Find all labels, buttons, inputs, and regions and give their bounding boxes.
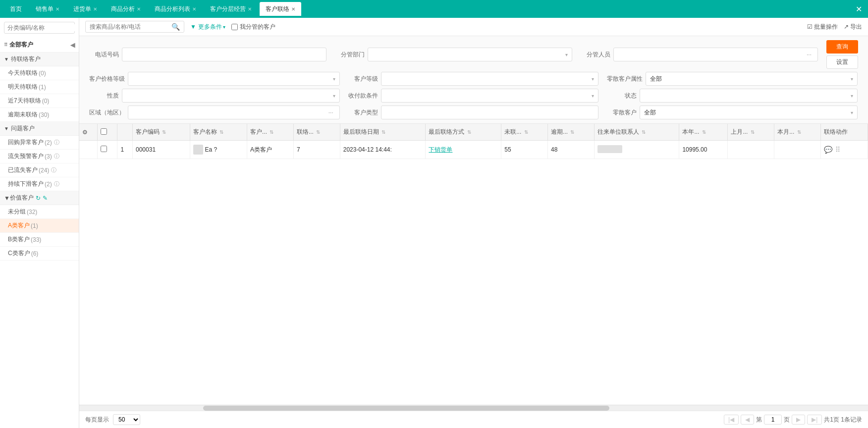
retail-attr-select[interactable]: 全部 ▾ <box>646 72 858 86</box>
app-close-button[interactable]: ✕ <box>854 2 864 16</box>
price-level-chevron: ▾ <box>333 76 335 82</box>
th-name[interactable]: 客户名称 ⇅ <box>190 124 247 141</box>
all-customers-header[interactable]: ⠿ 全部客户 ◀ <box>0 38 79 53</box>
sidebar-item-churn-warning-count: (3) <box>45 153 52 160</box>
value-customers-group[interactable]: ▼ 价值客户 ↻ ✎ <box>0 191 79 205</box>
customer-level-label: 客户等级 <box>348 75 378 83</box>
sidebar-item-ungrouped[interactable]: 未分组 (32) <box>0 205 79 219</box>
area-label: 区域（地区） <box>89 108 125 117</box>
filter-cell-customer-level: 客户等级 ▾ <box>344 72 603 86</box>
page-input[interactable] <box>764 415 782 425</box>
filter-actions: 查询 设置 <box>822 40 862 69</box>
nav-tab-sales[interactable]: 销售单 ✕ <box>30 2 65 16</box>
price-level-select[interactable]: ▾ <box>128 72 340 86</box>
nav-tab-customer-contact-close[interactable]: ✕ <box>291 6 295 12</box>
th-last-contact-method[interactable]: 最后联络方式 ⇅ <box>426 124 501 141</box>
sidebar-item-today[interactable]: 今天待联络 (0) <box>0 66 79 80</box>
dots-icon: ⠿ <box>4 42 7 48</box>
filter-search-input[interactable] <box>90 23 171 30</box>
value-arrow: ▼ <box>4 195 10 202</box>
area-select[interactable]: ··· <box>128 106 340 119</box>
retail-attr-label: 零散客户属性 <box>607 75 643 83</box>
nav-tab-customer-segmentation-label: 客户分层经营 <box>210 5 246 13</box>
th-overdue[interactable]: 逾期... ⇅ <box>548 124 595 141</box>
customer-level-select[interactable]: ▾ <box>381 72 599 86</box>
info-icon-repurchase: ⓘ <box>54 139 59 146</box>
nav-tab-purchase[interactable]: 进货单 ✕ <box>67 2 103 16</box>
nav-tab-customer-segmentation-close[interactable]: ✕ <box>248 6 252 12</box>
th-current-year[interactable]: 本年... ⇅ <box>679 124 728 141</box>
sidebar-item-class-c[interactable]: C类客户 (6) <box>0 247 79 261</box>
payment-label: 收付款条件 <box>348 92 378 100</box>
refresh-icon[interactable]: ↻ <box>36 195 41 202</box>
nav-tab-product-analysis[interactable]: 商品分析 ✕ <box>105 2 147 16</box>
edit-icon[interactable]: ✎ <box>43 195 48 202</box>
nav-tab-home[interactable]: 首页 <box>4 2 28 16</box>
sidebar-item-7days[interactable]: 近7天待联络 (0) <box>0 94 79 108</box>
dept-select[interactable]: ▾ <box>368 48 572 61</box>
th-last-contact-date[interactable]: 最后联络日期 ⇅ <box>340 124 426 141</box>
sidebar-item-class-a[interactable]: A类客户 (1) <box>0 219 79 233</box>
sidebar-search-input[interactable] <box>7 24 79 31</box>
sidebar-item-declining[interactable]: 持续下滑客户 (2) ⓘ <box>0 177 79 191</box>
th-current-month[interactable]: 本月... ⇅ <box>774 124 821 141</box>
retail-customer-select[interactable]: 全部 ▾ <box>640 106 858 119</box>
status-select[interactable]: ▾ <box>640 89 858 103</box>
first-page-button[interactable]: |◀ <box>724 415 739 425</box>
th-last-month[interactable]: 上月... ⇅ <box>728 124 774 141</box>
prev-page-button[interactable]: ◀ <box>741 415 754 425</box>
sidebar-item-class-b[interactable]: B类客户 (33) <box>0 233 79 247</box>
nav-tab-customer-segmentation[interactable]: 客户分层经营 ✕ <box>204 2 258 16</box>
filter-cell-price-level: 客户价格等级 ▾ <box>85 72 344 86</box>
th-customer-level[interactable]: 客户... ⇅ <box>247 124 294 141</box>
batch-op-button[interactable]: ☑ 批量操作 <box>807 23 838 31</box>
per-page-select[interactable]: 50 100 200 <box>113 414 140 425</box>
nature-select[interactable]: ▾ <box>122 89 340 103</box>
next-page-button[interactable]: ▶ <box>792 415 805 425</box>
th-contact-count[interactable]: 联络... ⇅ <box>293 124 340 141</box>
payment-select[interactable]: ▾ <box>381 89 599 103</box>
row-checkbox[interactable] <box>101 146 107 152</box>
person-select[interactable]: ··· <box>613 48 818 61</box>
nav-tab-customer-contact[interactable]: 客户联络 ✕ <box>260 2 301 16</box>
my-customers-checkbox[interactable] <box>231 24 238 30</box>
sidebar-item-tomorrow[interactable]: 明天待联络 (1) <box>0 80 79 94</box>
nav-tab-purchase-close[interactable]: ✕ <box>93 6 97 12</box>
th-gear[interactable]: ⚙ <box>79 124 98 141</box>
area-dots-icon[interactable]: ··· <box>326 109 335 116</box>
more-actions-icon[interactable]: ⠿ <box>835 146 840 154</box>
th-contacts[interactable]: 往来单位联系人 ⇅ <box>594 124 679 141</box>
nav-tab-sales-close[interactable]: ✕ <box>55 6 59 12</box>
th-no-contact[interactable]: 未联... ⇅ <box>501 124 548 141</box>
scroll-thumb[interactable] <box>203 406 609 411</box>
sidebar-item-overdue[interactable]: 逾期未联络 (30) <box>0 108 79 122</box>
nav-tab-product-list[interactable]: 商品分析列表 ✕ <box>149 2 202 16</box>
last-page-button[interactable]: ▶| <box>807 415 822 425</box>
filter-more-conditions[interactable]: ▼ 更多条件 ▾ <box>190 23 225 31</box>
my-customers-label: 我分管的客户 <box>240 23 275 31</box>
contact-method-link[interactable]: 下销货单 <box>429 146 452 153</box>
select-all-checkbox[interactable] <box>101 128 107 135</box>
nav-tab-product-list-close[interactable]: ✕ <box>192 6 196 12</box>
horizontal-scrollbar[interactable] <box>79 405 868 411</box>
customer-type-select[interactable] <box>381 106 599 119</box>
problem-customers-group[interactable]: ▼ 问题客户 <box>0 122 79 136</box>
sidebar-item-churn-warning[interactable]: 流失预警客户 (3) ⓘ <box>0 150 79 163</box>
filter-search-icon[interactable]: 🔍 <box>171 23 180 31</box>
query-button[interactable]: 查询 <box>826 40 858 54</box>
pending-contact-group[interactable]: ▼ 待联络客户 <box>0 53 79 66</box>
method-sort-icon: ⇅ <box>467 129 471 135</box>
nav-tab-product-analysis-close[interactable]: ✕ <box>137 6 141 12</box>
settings-button[interactable]: 设置 <box>826 55 858 69</box>
sidebar-item-class-b-count: (33) <box>31 236 41 243</box>
export-button[interactable]: ↗ 导出 <box>844 23 862 31</box>
phone-input[interactable] <box>122 48 326 61</box>
message-icon[interactable]: 💬 <box>824 146 832 154</box>
th-code[interactable]: 客户编码 ⇅ <box>133 124 190 141</box>
sidebar-item-class-a-count: (1) <box>31 222 38 229</box>
person-dots-icon[interactable]: ··· <box>805 51 814 58</box>
sidebar-item-repurchase[interactable]: 回购异常客户 (2) ⓘ <box>0 136 79 150</box>
sidebar-item-churned[interactable]: 已流失客户 (24) ⓘ <box>0 163 79 177</box>
collapse-icon[interactable]: ◀ <box>70 42 75 49</box>
my-customers-checkbox-container[interactable]: 我分管的客户 <box>231 23 275 31</box>
